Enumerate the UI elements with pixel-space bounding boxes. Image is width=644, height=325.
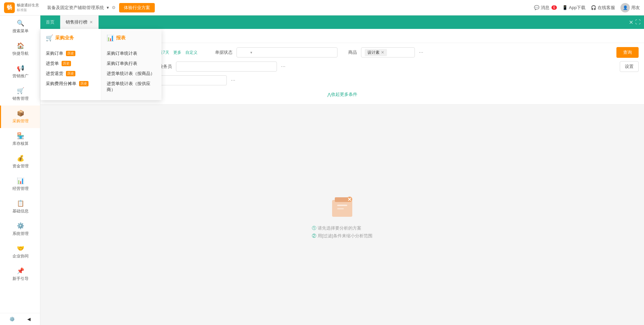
header-right: 💬 消息 6 📱 App下载 🎧 在线客服 👤 用友 [534,3,640,12]
report-section-icon: 📊 [107,34,114,42]
tab-sales-rank-label: 销售排行榜 [66,19,87,25]
purchase-expense-label: 采购费用分摊单 [46,81,76,87]
svg-rect-3 [337,208,344,209]
menu-item-stock-in-stats-goods[interactable]: 进货单统计表（按商品） [107,69,156,79]
phone-icon: 📱 [562,5,568,10]
goods-input[interactable]: 设计素 ✕ [361,47,415,57]
sidebar-bottom: ⚙️ ◀ [0,313,40,325]
voucher-status-label: 单据状态 [215,49,232,55]
menu-section-purchase-title: 🛒 采购业务 [46,34,96,44]
app-download-btn[interactable]: 📱 App下载 [562,5,585,11]
dropdown-icon[interactable]: ▾ [107,5,109,10]
goods-more-icon[interactable]: ··· [419,49,423,55]
sidebar-label-inventory: 库存核算 [12,141,29,147]
sidebar-item-operation[interactable]: 📊 经营管理 [0,173,40,196]
guide-icon: 📌 [17,267,24,275]
menu-section-report-title: 📊 报表 [107,34,156,44]
message-label: 消息 [541,5,549,11]
empty-hint-2: ② 用[过滤]条件来缩小分析范围 [312,232,372,240]
menu-item-stock-in[interactable]: 进货单 历史 [46,58,96,69]
menu-item-purchase-order-exec[interactable]: 采购订单执行表 [107,58,156,69]
purchase-icon: 📦 [17,110,24,117]
empty-icon [325,190,359,220]
logo-area: 畅 畅捷通好生意 标准版 [4,2,44,13]
menu-item-purchase-order-stats[interactable]: 采购订单统计表 [107,48,156,58]
enterprise-icon: 🤝 [17,245,24,252]
purchase-section-label: 采购业务 [55,35,74,41]
purchase-expense-badge: 历史 [79,81,88,86]
gear-icon[interactable]: ⚙ [112,5,116,10]
message-badge: 6 [551,5,557,10]
sidebar-item-inventory[interactable]: 🏪 库存核算 [0,128,40,151]
sidebar-label-sales: 销售管理 [12,96,29,101]
tab-close-icon[interactable]: ✕ [90,20,93,25]
goods-tag-text: 设计素 [367,50,380,55]
svg-rect-2 [337,205,347,206]
sidebar-label-guide: 新手引导 [12,276,29,282]
sidebar-item-purchase[interactable]: 📦 采购管理 [0,106,40,128]
stock-return-label: 进货退货 [46,71,63,77]
date-preset-custom[interactable]: 自定义 [185,50,198,55]
message-icon: 💬 [534,5,539,10]
sidebar-item-guide[interactable]: 📌 新手引导 [0,263,40,286]
sidebar-label-basic: 基础信息 [12,208,29,214]
message-btn[interactable]: 💬 消息 6 [534,5,557,11]
menu-item-purchase-expense[interactable]: 采购费用分摊单 历史 [46,79,96,89]
headset-icon: 🎧 [591,5,596,10]
sidebar-label-system: 系统管理 [12,231,29,237]
top-header: 畅 畅捷通好生意 标准版 装备及固定资产辅助管理系统 ▾ ⚙ 体验行业方案 💬 … [0,0,644,15]
filter-actions: 查询 [616,47,639,58]
menu-item-stock-return[interactable]: 进货退货 历史 [46,69,96,79]
stock-in-stats-goods-label: 进货单统计表（按商品） [107,71,155,77]
query-btn[interactable]: 查询 [616,47,639,58]
search-icon: 🔍 [17,19,24,27]
tab-right: ✕ ⛶ [629,15,644,29]
date-preset-more[interactable]: 更多 [173,50,181,55]
purchase-order-badge: 历史 [66,51,75,56]
sidebar-label-purchase: 采购管理 [12,118,29,124]
logo-icon: 畅 [4,2,15,13]
sidebar-item-finance[interactable]: 💰 资金管理 [0,151,40,173]
system-icon: ⚙️ [17,222,24,230]
finance-icon: 💰 [17,155,24,162]
menu-item-purchase-order[interactable]: 采购订单 历史 [46,48,96,58]
sidebar-item-system[interactable]: ⚙️ 系统管理 [0,218,40,241]
purchase-order-exec-label: 采购订单执行表 [107,60,137,67]
menu-item-stock-in-stats-supplier[interactable]: 进货单统计表（按供应商） [107,79,156,95]
tab-close-all-icon[interactable]: ✕ [629,19,633,26]
sidebar-item-basic[interactable]: 📋 基础信息 [0,196,40,218]
sidebar-item-marketing[interactable]: 📢 营销推广 [0,60,40,83]
menu-section-purchase: 🛒 采购业务 采购订单 历史 进货单 历史 进货退货 历史 采购费用分摊单 历史 [46,34,96,95]
sidebar: 🔍 搜索菜单 🏠 快捷导航 📢 营销推广 🛒 销售管理 📦 采购管理 🏪 库存核… [0,15,40,325]
inventory-icon: 🏪 [17,132,24,139]
collapse-icon[interactable]: ◀ [27,317,31,322]
voucher-status-select[interactable]: ▾ [237,47,337,57]
stock-in-stats-supplier-label: 进货单统计表（按供应商） [107,81,156,93]
system-title: 装备及固定资产辅助管理系统 ▾ ⚙ [47,5,116,11]
tab-home-label: 首页 [46,19,55,25]
tab-sales-rank[interactable]: 销售排行榜 ✕ [60,15,99,29]
tab-maximize-icon[interactable]: ⛶ [635,19,641,25]
goods-tag-remove-icon[interactable]: ✕ [381,50,384,55]
sidebar-item-sales[interactable]: 🛒 销售管理 [0,83,40,106]
marketing-icon: 📢 [17,65,24,72]
set-btn[interactable]: 设置 [620,61,639,72]
industry-btn[interactable]: 体验行业方案 [119,3,155,12]
menu-section-report: 📊 报表 采购订单统计表 采购订单执行表 进货单统计表（按商品） 进货单统计表（… [101,29,162,100]
empty-hint-1: ① 请先选择要分析的方案 [312,224,372,232]
tab-home[interactable]: 首页 [40,15,60,29]
customer-more-icon[interactable]: ··· [231,77,235,83]
sidebar-item-enterprise[interactable]: 🤝 企业协同 [0,241,40,263]
user-btn[interactable]: 👤 用友 [620,3,640,12]
salesman-input[interactable] [176,62,277,72]
sidebar-label-finance: 资金管理 [12,163,29,169]
salesman-more-icon[interactable]: ··· [281,64,285,70]
sidebar-item-quick[interactable]: 🏠 快捷导航 [0,38,40,60]
settings-icon[interactable]: ⚙️ [9,317,15,322]
operation-icon: 📊 [17,177,24,185]
sidebar-item-search[interactable]: 🔍 搜索菜单 [0,15,40,38]
online-support-btn[interactable]: 🎧 在线客服 [591,5,615,11]
empty-text: ① 请先选择要分析的方案 ② 用[过滤]条件来缩小分析范围 [312,224,372,240]
purchase-section-icon: 🛒 [46,34,53,42]
sidebar-label-search: 搜索菜单 [12,28,29,34]
